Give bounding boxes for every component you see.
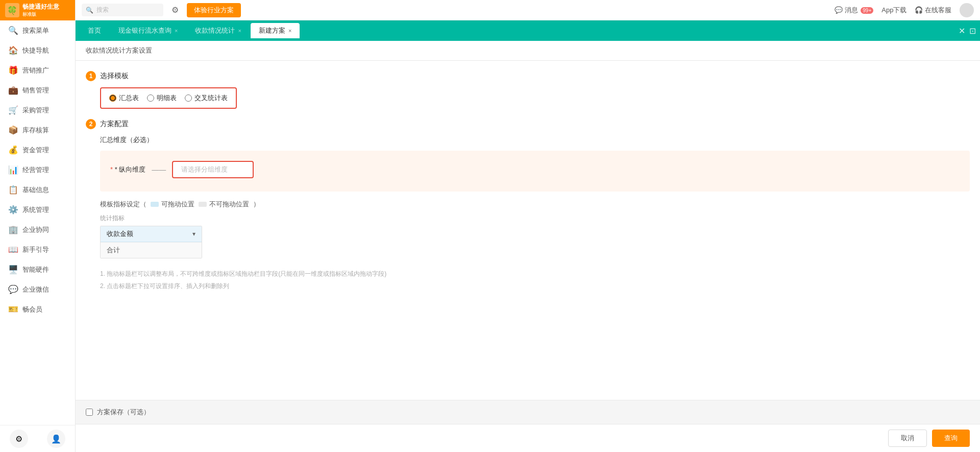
sidebar-label-hardware: 智能硬件	[22, 265, 49, 274]
sidebar-item-search[interactable]: 🔍搜索菜单	[0, 20, 75, 40]
tab-label-cashflow: 现金银行流水查询	[118, 26, 172, 35]
dimension-row: * * 纵向维度 —— 请选择分组维度	[110, 161, 960, 178]
legend-fixed: 不可拖动位置	[199, 200, 249, 209]
sidebar-label-operation: 经营管理	[22, 165, 49, 175]
sidebar-item-nav[interactable]: 🏠快捷导航	[0, 40, 75, 60]
gear-icon[interactable]: ⚙	[172, 5, 179, 15]
sidebar-label-guide: 新手引导	[22, 245, 49, 254]
subsection: 汇总维度（必选） * * 纵向维度 —— 请选择分组维度	[100, 135, 970, 292]
tab-cashflow[interactable]: 现金银行流水查询×	[110, 23, 186, 38]
metrics-table-row: 合计	[101, 242, 202, 258]
radio-cross[interactable]: 交叉统计表	[185, 93, 228, 103]
step2-header: 2 方案配置	[86, 119, 970, 129]
sidebar-nav: 🔍搜索菜单🏠快捷导航🎁营销推广💼销售管理🛒采购管理📦库存核算💰资金管理📊经营管理…	[0, 20, 75, 319]
tip-2: 2. 点击标题栏下拉可设置排序、插入列和删除列	[100, 281, 970, 292]
enterprise-icon: 🏢	[8, 225, 18, 234]
online-service[interactable]: 🎧 在线客服	[915, 6, 951, 15]
inventory-icon: 📦	[8, 125, 18, 135]
sidebar-label-member: 畅会员	[22, 305, 42, 314]
metrics-table-wrap: 统计指标 收款金额 ▾ 合计	[100, 214, 970, 258]
metrics-table-header[interactable]: 收款金额 ▾	[101, 226, 202, 242]
radio-cross-input[interactable]	[185, 94, 192, 102]
member-icon: 🎫	[8, 304, 18, 314]
step1-title: 选择模板	[100, 72, 129, 81]
logo-text: 畅捷通好生意	[22, 3, 59, 11]
tabbar-controls: ✕ ⊡	[959, 26, 976, 36]
dimension-section-title: 汇总维度（必选）	[100, 135, 970, 145]
sidebar-item-guide[interactable]: 📖新手引导	[0, 240, 75, 259]
sidebar-item-wechat[interactable]: 💬企业微信	[0, 279, 75, 299]
edition-label: 标准版	[22, 11, 59, 18]
sidebar-item-hardware[interactable]: 🖥️智能硬件	[0, 259, 75, 279]
sidebar-item-operation[interactable]: 📊经营管理	[0, 160, 75, 180]
radio-detail[interactable]: 明细表	[147, 93, 177, 103]
metrics-table: 收款金额 ▾ 合计	[100, 226, 202, 258]
vertical-label: * * 纵向维度	[110, 165, 145, 174]
topbar: 🔍 搜索 ⚙ 体验行业方案 💬 消息 99+ App下载 🎧 在线客服	[76, 0, 980, 20]
tab-close-cashflow[interactable]: ×	[175, 28, 178, 34]
search-box[interactable]: 🔍 搜索	[82, 4, 163, 16]
tabbar: 首页现金银行流水查询×收款情况统计×新建方案× ✕ ⊡	[76, 20, 980, 41]
tab-close-new-plan[interactable]: ×	[288, 28, 291, 34]
sidebar-item-finance[interactable]: 💰资金管理	[0, 140, 75, 160]
sidebar-item-inventory[interactable]: 📦库存核算	[0, 120, 75, 140]
sidebar: 🍀 畅捷通好生意 标准版 🔍搜索菜单🏠快捷导航🎁营销推广💼销售管理🛒采购管理📦库…	[0, 0, 76, 452]
step2-title: 方案配置	[100, 120, 129, 129]
legend-movable: 可拖动位置	[151, 200, 194, 209]
metrics-chevron-icon: ▾	[192, 230, 195, 237]
sales-icon: 💼	[8, 85, 18, 95]
radio-summary[interactable]: 汇总表	[109, 93, 139, 103]
purchase-icon: 🛒	[8, 105, 18, 115]
sidebar-item-enterprise[interactable]: 🏢企业协同	[0, 220, 75, 240]
main-area: 🔍 搜索 ⚙ 体验行业方案 💬 消息 99+ App下载 🎧 在线客服 首页现金…	[76, 0, 980, 452]
message-badge: 99+	[861, 7, 873, 14]
fixed-dot	[199, 202, 207, 207]
footer-bar: 取消 查询	[76, 424, 980, 452]
maximize-icon[interactable]: ⊡	[969, 26, 976, 36]
radio-detail-input[interactable]	[147, 94, 154, 102]
close-window-icon[interactable]: ✕	[959, 26, 965, 36]
indicator-label: 统计指标	[100, 214, 970, 223]
sidebar-label-finance: 资金管理	[22, 146, 49, 155]
tab-home[interactable]: 首页	[80, 23, 109, 38]
sidebar-item-purchase[interactable]: 🛒采购管理	[0, 100, 75, 120]
app-download[interactable]: App下载	[881, 6, 906, 15]
industry-btn[interactable]: 体验行业方案	[187, 3, 241, 17]
step2-num: 2	[86, 119, 96, 129]
tab-label-home: 首页	[88, 26, 101, 35]
tab-label-receipts: 收款情况统计	[195, 26, 235, 35]
user-avatar[interactable]	[960, 3, 974, 17]
tab-close-receipts[interactable]: ×	[238, 28, 241, 34]
dimension-select[interactable]: 请选择分组维度	[172, 161, 254, 178]
sidebar-label-search: 搜索菜单	[22, 26, 49, 35]
save-label: 方案保存（可选）	[97, 408, 150, 417]
movable-dot	[151, 202, 159, 207]
hardware-icon: 🖥️	[8, 265, 18, 274]
cancel-button[interactable]: 取消	[888, 430, 927, 447]
query-button[interactable]: 查询	[932, 430, 970, 447]
dimension-placeholder: 请选择分组维度	[181, 165, 228, 173]
tab-receipts[interactable]: 收款情况统计×	[187, 23, 249, 38]
message-area[interactable]: 💬 消息 99+	[835, 6, 873, 15]
save-option: 方案保存（可选）	[76, 400, 980, 424]
save-checkbox[interactable]	[86, 409, 93, 416]
step1-num: 1	[86, 71, 96, 81]
settings-icon[interactable]: ⚙	[10, 430, 28, 448]
template-radio-group: 汇总表 明细表 交叉统计表	[109, 93, 228, 103]
step1-header: 1 选择模板	[86, 71, 970, 81]
sidebar-label-inventory: 库存核算	[22, 126, 49, 135]
user-icon[interactable]: 👤	[47, 430, 65, 448]
topbar-right: 💬 消息 99+ App下载 🎧 在线客服	[835, 3, 974, 17]
sidebar-item-member[interactable]: 🎫畅会员	[0, 299, 75, 319]
dimension-area: * * 纵向维度 —— 请选择分组维度	[100, 151, 970, 192]
tab-new-plan[interactable]: 新建方案×	[251, 23, 300, 38]
step2-section: 2 方案配置 汇总维度（必选） * * 纵向维度	[86, 119, 970, 292]
radio-cross-label: 交叉统计表	[194, 93, 228, 103]
search-placeholder: 搜索	[96, 6, 109, 14]
radio-summary-input[interactable]	[109, 94, 116, 102]
message-label: 消息	[845, 6, 858, 14]
sidebar-item-basic[interactable]: 📋基础信息	[0, 180, 75, 200]
sidebar-item-marketing[interactable]: 🎁营销推广	[0, 60, 75, 80]
sidebar-item-sales[interactable]: 💼销售管理	[0, 80, 75, 100]
sidebar-item-system[interactable]: ⚙️系统管理	[0, 200, 75, 220]
